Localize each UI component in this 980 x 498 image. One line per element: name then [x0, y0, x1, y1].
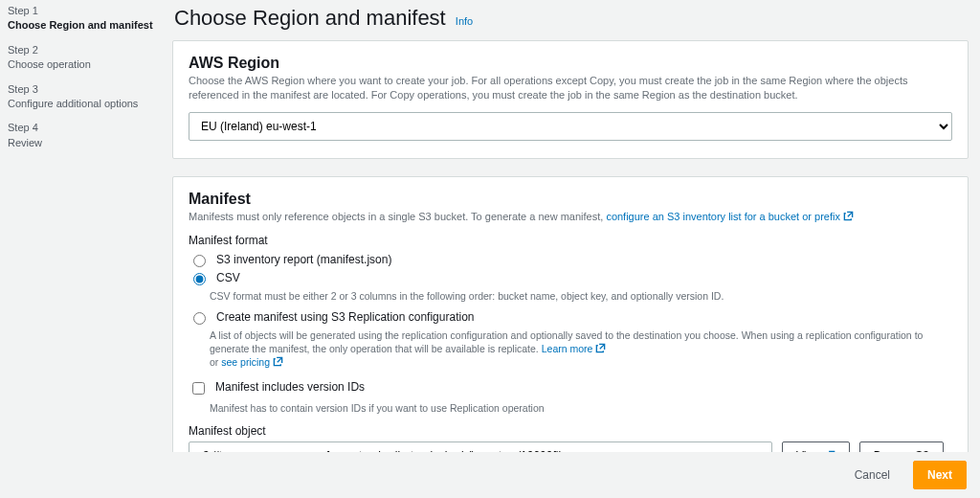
- region-panel-desc: Choose the AWS Region where you want to …: [189, 74, 952, 102]
- next-button[interactable]: Next: [913, 461, 967, 489]
- main-content: Choose Region and manifest Info AWS Regi…: [168, 0, 980, 498]
- step-4-label: Review: [8, 136, 168, 150]
- step-3-num: Step 3: [8, 82, 168, 97]
- step-1-label: Choose Region and manifest: [8, 18, 168, 33]
- include-versions-row[interactable]: Manifest includes version IDs: [189, 380, 952, 397]
- manifest-panel-desc: Manifests must only reference objects in…: [189, 210, 952, 224]
- external-link-icon: [595, 343, 606, 354]
- include-versions-checkbox[interactable]: [192, 382, 205, 395]
- step-2-num: Step 2: [8, 43, 168, 57]
- see-pricing-link[interactable]: see pricing: [221, 356, 270, 368]
- format-option-inventory[interactable]: S3 inventory report (manifest.json): [189, 253, 952, 267]
- info-link[interactable]: Info: [456, 15, 473, 27]
- format-replication-helper: A list of objects will be generated usin…: [210, 328, 952, 370]
- include-versions-label: Manifest includes version IDs: [215, 380, 365, 394]
- format-radio-replication[interactable]: [193, 312, 206, 325]
- page-title-text: Choose Region and manifest: [174, 6, 446, 30]
- format-radio-csv[interactable]: [193, 273, 206, 285]
- format-radio-inventory[interactable]: [193, 255, 206, 267]
- step-3[interactable]: Step 3 Configure additional options: [8, 82, 168, 112]
- wizard-sidebar: Step 1 Choose Region and manifest Step 2…: [0, 0, 168, 498]
- replication-helper-or: or: [210, 356, 221, 368]
- step-1-num: Step 1: [8, 4, 168, 18]
- step-4[interactable]: Step 4 Review: [8, 121, 168, 150]
- page-title: Choose Region and manifest Info: [174, 6, 969, 31]
- region-select[interactable]: EU (Ireland) eu-west-1: [189, 112, 952, 141]
- configure-inventory-link[interactable]: configure an S3 inventory list for a buc…: [606, 211, 840, 222]
- manifest-format-label: Manifest format: [189, 234, 952, 247]
- format-radio-csv-label: CSV: [216, 271, 240, 284]
- manifest-object-label: Manifest object: [189, 424, 952, 438]
- include-versions-helper: Manifest has to contain version IDs if y…: [210, 401, 952, 415]
- format-radio-inventory-label: S3 inventory report (manifest.json): [216, 253, 391, 266]
- step-2-label: Choose operation: [8, 57, 168, 72]
- cancel-button-label: Cancel: [855, 468, 890, 482]
- cancel-button[interactable]: Cancel: [841, 461, 903, 489]
- region-panel-title: AWS Region: [189, 55, 952, 72]
- format-option-replication[interactable]: Create manifest using S3 Replication con…: [189, 310, 952, 325]
- manifest-panel: Manifest Manifests must only reference o…: [172, 176, 969, 498]
- manifest-desc-text: Manifests must only reference objects in…: [189, 211, 606, 222]
- next-button-label: Next: [927, 468, 952, 482]
- format-radio-replication-label: Create manifest using S3 Replication con…: [216, 310, 474, 324]
- step-2[interactable]: Step 2 Choose operation: [8, 43, 168, 73]
- replication-learn-more-link[interactable]: Learn more: [542, 343, 593, 354]
- wizard-footer: Cancel Next: [168, 452, 980, 498]
- format-option-csv[interactable]: CSV: [189, 271, 952, 285]
- format-csv-helper: CSV format must be either 2 or 3 columns…: [210, 289, 952, 303]
- step-3-label: Configure additional options: [8, 97, 168, 111]
- manifest-panel-title: Manifest: [189, 191, 952, 208]
- external-link-icon: [843, 211, 854, 222]
- step-1[interactable]: Step 1 Choose Region and manifest: [8, 4, 168, 34]
- region-panel: AWS Region Choose the AWS Region where y…: [172, 40, 969, 159]
- external-link-icon: [273, 356, 283, 368]
- step-4-num: Step 4: [8, 121, 168, 135]
